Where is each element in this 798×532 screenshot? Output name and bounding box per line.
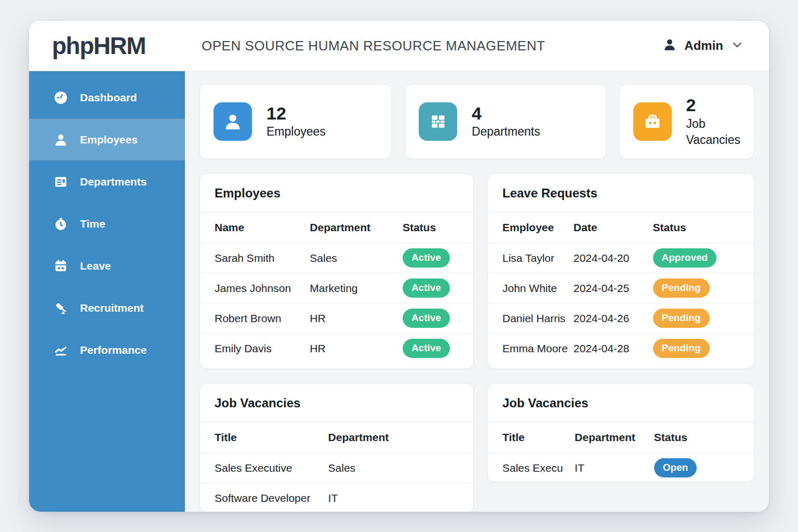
cell-department: HR xyxy=(310,312,403,325)
card-title: Job Vacancies xyxy=(200,384,473,422)
cell-department: Sales xyxy=(328,462,459,474)
cell-name: Robert Brown xyxy=(215,312,310,325)
cell-title: Sales Executive xyxy=(215,462,328,474)
cell-department: Marketing xyxy=(310,282,403,295)
employees-card: Employees NameDepartmentStatus Sarah Smi… xyxy=(200,174,474,369)
stat-value: 2 xyxy=(686,95,740,115)
cell-status: Active xyxy=(403,309,459,328)
cell-name: Emily Davis xyxy=(215,342,310,355)
leave-requests-card: Leave Requests EmployeeDateStatus Lisa T… xyxy=(487,174,754,369)
column-header: Title xyxy=(215,431,328,444)
sidebar-item-employees[interactable]: Employees xyxy=(29,118,185,161)
grid-icon xyxy=(419,102,457,141)
column-header: Date xyxy=(574,221,653,234)
tables-row: Employees NameDepartmentStatus Sarah Smi… xyxy=(200,174,754,369)
column-header: Name xyxy=(215,221,310,234)
main-content: 12 Employees 4 Departments xyxy=(185,71,769,512)
status-badge: Open xyxy=(654,458,697,477)
stat-label: Departments xyxy=(472,124,540,140)
app-header: phpHRM OPEN SOURCE HUMAN RESOURCE MANAGE… xyxy=(29,21,769,71)
newspaper-icon xyxy=(53,174,69,190)
table-header: TitleDepartmentStatus xyxy=(488,422,754,453)
job-vacancies-right-card: Job Vacancies TitleDepartmentStatus Sale… xyxy=(487,383,754,482)
cell-date: 2024-04-25 xyxy=(574,282,653,295)
cell-date: 2024-04-26 xyxy=(574,312,653,325)
sidebar: DashboardEmployeesDepartmentsTimeLeaveRe… xyxy=(29,71,185,512)
table-row: James JohnsonMarketingActive xyxy=(200,273,473,303)
stat-card-departments: 4 Departments xyxy=(405,84,606,159)
hammer-icon xyxy=(53,300,69,316)
cell-department: IT xyxy=(575,462,654,474)
sidebar-item-dashboard[interactable]: Dashboard xyxy=(29,76,185,118)
table-header: NameDepartmentStatus xyxy=(200,212,473,243)
job-vacancies-left-card: Job Vacancies TitleDepartment Sales Exec… xyxy=(200,383,474,512)
cell-name: James Johnson xyxy=(215,282,310,295)
table-body: Sarah SmithSalesActiveJames JohnsonMarke… xyxy=(200,243,473,363)
status-badge: Pending xyxy=(653,309,710,328)
card-title: Employees xyxy=(200,174,473,212)
user-menu[interactable]: Admin xyxy=(662,37,769,54)
cell-employee: Daniel Harris xyxy=(502,312,574,325)
status-badge: Pending xyxy=(653,278,710,298)
cell-date: 2024-04-28 xyxy=(574,342,653,355)
status-badge: Approved xyxy=(653,248,717,268)
cell-status: Approved xyxy=(653,248,739,268)
chevron-down-icon xyxy=(730,38,744,54)
cell-status: Pending xyxy=(653,278,739,298)
cell-name: Sarah Smith xyxy=(215,252,310,264)
calendar-icon xyxy=(53,258,69,274)
cell-employee: John White xyxy=(502,282,574,295)
person-icon xyxy=(214,102,252,141)
table-body: Sales ExecuITOpen xyxy=(488,453,754,482)
sidebar-item-label: Dashboard xyxy=(80,91,137,104)
status-badge: Active xyxy=(403,309,450,328)
cell-status: Pending xyxy=(653,339,739,358)
table-body: Lisa Taylor2024-04-20ApprovedJohn White2… xyxy=(488,243,754,363)
cell-status: Pending xyxy=(653,309,739,328)
table-row: Emma Moore2024-04-28Pending xyxy=(488,333,754,363)
status-badge: Active xyxy=(403,339,450,358)
column-header: Employee xyxy=(502,221,574,234)
status-badge: Pending xyxy=(653,339,710,358)
stat-card-job-vacancies: 2 Job Vacancies xyxy=(619,84,754,159)
table-row: Sales ExecuITOpen xyxy=(488,453,754,482)
cell-title: Software Developer xyxy=(215,492,328,504)
sidebar-nav: DashboardEmployeesDepartmentsTimeLeaveRe… xyxy=(29,76,185,371)
cell-department: Sales xyxy=(310,252,403,264)
card-title: Leave Requests xyxy=(488,174,754,212)
table-header: EmployeeDateStatus xyxy=(488,212,754,243)
status-badge: Active xyxy=(403,278,450,298)
sidebar-item-label: Recruitment xyxy=(80,302,144,314)
column-header: Title xyxy=(502,431,575,444)
table-row: Software DeveloperIT xyxy=(200,483,473,512)
app-body: DashboardEmployeesDepartmentsTimeLeaveRe… xyxy=(29,71,769,512)
cell-status: Open xyxy=(654,458,739,477)
sidebar-item-time[interactable]: Time xyxy=(29,203,185,245)
stat-label: Employees xyxy=(267,124,326,140)
column-header: Department xyxy=(328,431,459,444)
table-row: Daniel Harris2024-04-26Pending xyxy=(488,303,754,333)
sidebar-item-label: Performance xyxy=(80,344,147,356)
cell-department: IT xyxy=(328,492,459,504)
stat-cards-row: 12 Employees 4 Departments xyxy=(200,84,754,159)
table-row: Emily DavisHRActive xyxy=(200,333,473,363)
user-avatar-icon xyxy=(662,37,677,54)
cell-status: Active xyxy=(403,339,459,358)
sidebar-item-label: Departments xyxy=(80,176,147,188)
briefcase-icon xyxy=(633,102,672,141)
sidebar-item-performance[interactable]: Performance xyxy=(29,329,185,371)
cell-employee: Emma Moore xyxy=(502,342,574,355)
clock-icon xyxy=(53,216,69,232)
sidebar-item-recruitment[interactable]: Recruitment xyxy=(29,287,185,329)
sidebar-item-label: Leave xyxy=(80,260,111,272)
sidebar-item-departments[interactable]: Departments xyxy=(29,161,185,203)
table-row: Lisa Taylor2024-04-20Approved xyxy=(488,243,754,273)
table-header: TitleDepartment xyxy=(200,422,473,453)
app-logo: phpHRM xyxy=(29,32,185,60)
sidebar-item-leave[interactable]: Leave xyxy=(29,245,185,287)
person-icon xyxy=(53,132,69,148)
chart-line-icon xyxy=(53,342,69,358)
column-header: Status xyxy=(654,431,739,444)
cell-date: 2024-04-20 xyxy=(574,252,653,264)
card-title: Job Vacancies xyxy=(488,384,754,422)
